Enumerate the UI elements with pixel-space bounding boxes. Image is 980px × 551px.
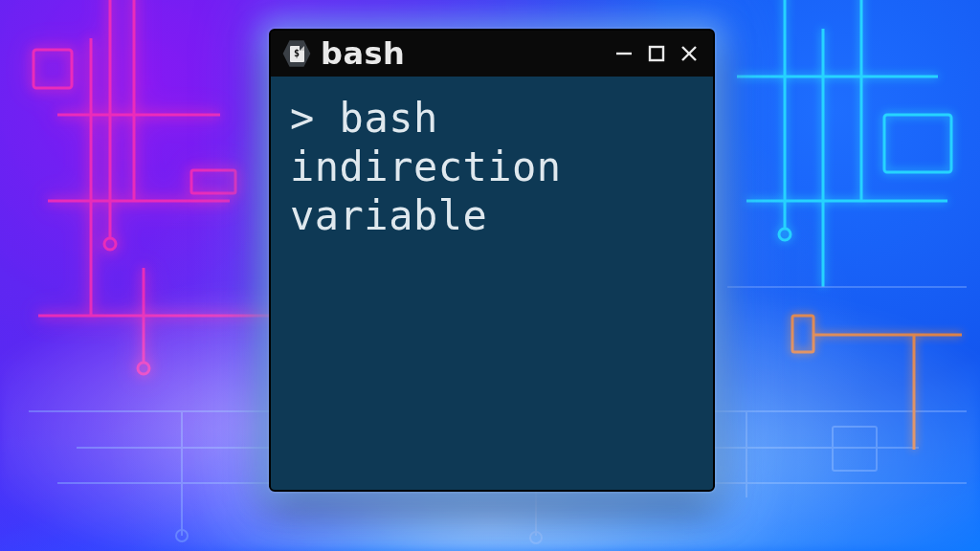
minimize-button[interactable] — [613, 43, 635, 64]
terminal-window: $ bash > bash indirection variable — [269, 29, 715, 492]
terminal-body[interactable]: > bash indirection variable — [271, 77, 713, 490]
close-icon — [679, 44, 699, 63]
terminal-command: bash indirection variable — [290, 95, 586, 239]
maximize-button[interactable] — [646, 43, 667, 64]
maximize-icon — [647, 44, 666, 63]
window-title: bash — [321, 38, 405, 69]
window-controls — [613, 43, 702, 64]
terminal-line: > bash indirection variable — [290, 94, 694, 241]
prompt-symbol: > — [290, 95, 315, 142]
svg-rect-33 — [650, 47, 663, 60]
bash-app-icon: $ — [282, 39, 311, 68]
close-button[interactable] — [679, 43, 700, 64]
bash-icon-glyph: $ — [294, 49, 300, 58]
minimize-icon — [614, 44, 634, 63]
titlebar[interactable]: $ bash — [271, 31, 713, 77]
